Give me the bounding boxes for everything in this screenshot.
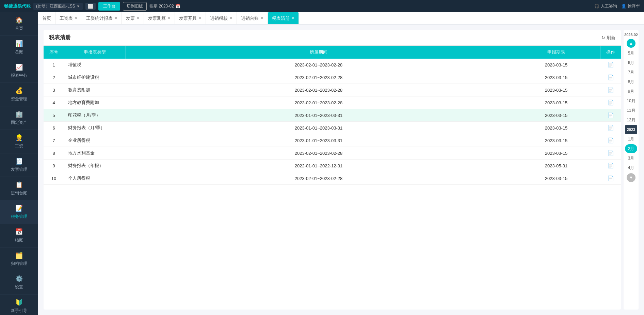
sidebar-item-home[interactable]: 🏠 首页 [0, 12, 38, 36]
view-icon[interactable]: 📄 [608, 100, 614, 105]
view-icon[interactable]: 📄 [608, 74, 614, 80]
cal-month-4[interactable]: 4月 [625, 163, 637, 172]
tab-close-purchase-ledger[interactable]: ✕ [260, 16, 263, 20]
cell-period: 2022-01-01~2022-12-31 [125, 160, 512, 172]
sidebar-item-purchase[interactable]: 📋 进销台账 [0, 177, 38, 200]
cal-year-2023: 2023 [625, 125, 637, 134]
cal-month-6[interactable]: 6月 [625, 58, 637, 67]
page-body: 税表清册 ↻ 刷新 序号 申报表类型 所属期间 申报期限 操作 [38, 25, 644, 315]
cell-type: 企业所得税 [64, 134, 125, 147]
ai-consult[interactable]: 🎧 人工咨询 [594, 3, 617, 9]
cell-seq: 3 [44, 84, 64, 96]
calendar-up-button[interactable]: ▲ [627, 39, 635, 48]
purchase-icon: 📋 [15, 181, 23, 189]
user-info[interactable]: 👤 徐泽华 [621, 3, 640, 9]
tab-salary[interactable]: 工资表 ✕ [55, 12, 82, 25]
company-selector[interactable]: (勿动）江西服星-LSS ▼ [33, 3, 83, 10]
cal-month-8[interactable]: 8月 [625, 77, 637, 86]
tab-invoice-open[interactable]: 发票开具 ✕ [175, 12, 206, 25]
app-logo: 畅捷通易代账 [4, 3, 31, 9]
cell-action: 📄 [600, 59, 621, 71]
th-seq: 序号 [44, 46, 64, 59]
sidebar-item-tax[interactable]: 📝 税务管理 [0, 200, 38, 224]
cal-month-3[interactable]: 3月 [625, 154, 637, 163]
cell-deadline: 2023-03-15 [512, 59, 600, 71]
view-icon[interactable]: 📄 [608, 125, 614, 131]
table-row: 5 印花税（月/季） 2023-01-01~2023-03-31 2023-03… [44, 109, 621, 122]
refresh-button[interactable]: ↻ 刷新 [601, 35, 615, 41]
sidebar-item-funds[interactable]: 💰 资金管理 [0, 83, 38, 106]
tab-close-salary[interactable]: ✕ [75, 16, 78, 20]
tab-invoice-calc[interactable]: 发票测算 ✕ [144, 12, 175, 25]
close-period-icon: 📅 [15, 228, 23, 236]
cal-month-11[interactable]: 11月 [625, 106, 637, 115]
view-icon[interactable]: 📄 [608, 163, 614, 168]
cal-month-10[interactable]: 10月 [625, 96, 637, 105]
switch-view-button[interactable]: 切到旧版 [123, 2, 147, 11]
workspace-button[interactable]: 工作台 [98, 2, 120, 11]
copy-icon-button[interactable]: ⬜ [85, 3, 96, 10]
sidebar-label-tax: 税务管理 [11, 214, 27, 220]
main-panel: 税表清册 ↻ 刷新 序号 申报表类型 所属期间 申报期限 操作 [44, 30, 621, 310]
cell-action: 📄 [600, 160, 621, 172]
sidebar-item-salary[interactable]: 👷 工资 [0, 130, 38, 153]
tab-close-invoice-open[interactable]: ✕ [198, 16, 202, 20]
calendar-icon[interactable]: 📅 [175, 4, 180, 9]
table-row: 3 教育费附加 2023-02-01~2023-02-28 2023-03-15… [44, 84, 621, 96]
cell-action: 📄 [600, 134, 621, 147]
tab-close-purchase-check[interactable]: ✕ [229, 16, 232, 20]
tab-label-invoice: 发票 [126, 15, 135, 21]
tab-purchase-check[interactable]: 进销稽核 ✕ [206, 12, 237, 25]
company-name: (勿动）江西服星-LSS [36, 3, 75, 9]
th-action: 操作 [600, 46, 621, 59]
tab-salary-report[interactable]: 工资统计报表 ✕ [82, 12, 122, 25]
view-icon[interactable]: 📄 [608, 175, 614, 181]
funds-icon: 💰 [15, 87, 23, 94]
view-icon[interactable]: 📄 [608, 137, 614, 143]
sidebar-item-report[interactable]: 📈 报表中心 [0, 59, 38, 83]
cell-period: 2023-01-01~2023-03-31 [125, 134, 512, 147]
invoice-icon: 🧾 [15, 158, 23, 165]
assets-icon: 🏢 [15, 110, 23, 118]
cell-type: 教育费附加 [64, 84, 125, 96]
view-icon[interactable]: 📄 [608, 62, 614, 68]
sidebar-label-assets: 固定资产 [11, 120, 27, 125]
cal-month-9[interactable]: 9月 [625, 87, 637, 96]
tab-close-tax-list[interactable]: ✕ [291, 16, 294, 20]
cell-deadline: 2023-03-15 [512, 109, 600, 122]
tab-close-invoice[interactable]: ✕ [136, 16, 140, 20]
sidebar-item-invoice[interactable]: 🧾 发票管理 [0, 153, 38, 177]
sidebar-item-ledger[interactable]: 📊 总账 [0, 36, 38, 59]
view-icon[interactable]: 📄 [608, 150, 614, 156]
cal-month-12[interactable]: 12月 [625, 116, 637, 124]
tab-purchase-ledger[interactable]: 进销台账 ✕ [237, 12, 268, 25]
tab-invoice[interactable]: 发票 ✕ [122, 12, 144, 25]
sidebar-item-assets[interactable]: 🏢 固定资产 [0, 106, 38, 130]
cal-month-5[interactable]: 5月 [625, 49, 637, 58]
guide-icon: 🔰 [15, 299, 23, 306]
page-header: 税表清册 ↻ 刷新 [44, 30, 621, 46]
cell-seq: 8 [44, 147, 64, 160]
th-deadline: 申报期限 [512, 46, 600, 59]
tab-close-invoice-calc[interactable]: ✕ [167, 16, 171, 20]
sidebar-item-archive[interactable]: 🗂️ 归档管理 [0, 247, 38, 271]
cell-seq: 6 [44, 122, 64, 134]
tab-label-salary: 工资表 [60, 15, 73, 21]
cal-month-7[interactable]: 7月 [625, 68, 637, 77]
sidebar-item-settings[interactable]: ⚙️ 设置 [0, 271, 38, 295]
cal-month-2-active[interactable]: 2月 [625, 144, 637, 153]
table-body: 1 增值税 2023-02-01~2023-02-28 2023-03-15 📄… [44, 59, 621, 185]
tab-tax-list[interactable]: 税表清册 ✕ [268, 12, 299, 25]
calendar-down-button[interactable]: ▼ [627, 173, 635, 182]
tab-close-salary-report[interactable]: ✕ [114, 16, 117, 20]
cell-action: 📄 [600, 84, 621, 96]
sidebar-item-guide[interactable]: 🔰 新手引导 [0, 295, 38, 315]
cal-month-1[interactable]: 1月 [625, 135, 637, 144]
cell-action: 📄 [600, 122, 621, 134]
tab-home[interactable]: 首页 [42, 12, 55, 25]
content-area: 首页 工资表 ✕ 工资统计报表 ✕ 发票 ✕ 发票测算 ✕ 发票开具 ✕ [38, 12, 644, 315]
view-icon[interactable]: 📄 [608, 87, 614, 93]
top-bar-right: 🎧 人工咨询 👤 徐泽华 [594, 3, 640, 9]
sidebar-item-close[interactable]: 📅 结账 [0, 224, 38, 247]
view-icon[interactable]: 📄 [608, 112, 614, 118]
